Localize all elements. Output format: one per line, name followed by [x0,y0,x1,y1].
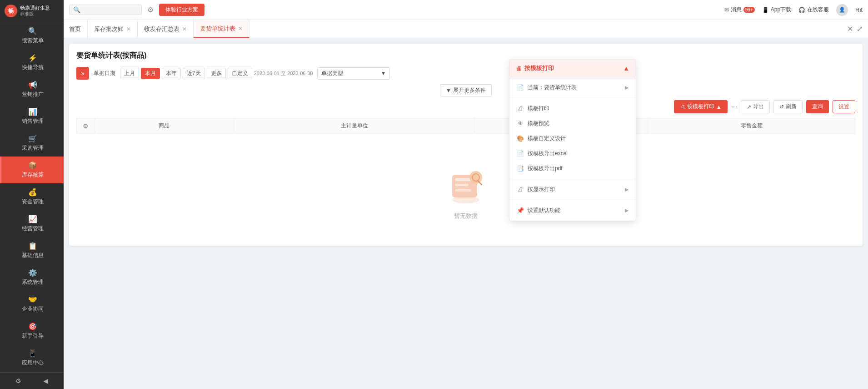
sidebar-icon-sales-mgmt: 📊 [28,107,37,116]
sidebar-item-sys-mgmt[interactable]: ⚙️系统管理 [0,264,64,291]
more-actions-icon[interactable]: ··· [731,103,737,111]
tab-home[interactable]: 首页 [69,20,88,38]
sidebar-label-ops-mgmt: 经营管理 [22,225,44,232]
app-logo: 畅 畅康通好生意 标准版 [0,0,64,22]
set-default-item[interactable]: 📌 设置默认功能 ▶ [509,203,636,218]
tab-close-receipt-summary[interactable]: ✕ [182,26,187,32]
template-export-pdf-label: 按模板导出pdf [528,165,563,172]
sidebar-label-sales-mgmt: 销售管理 [22,117,44,125]
sidebar-item-app-center[interactable]: 📱应用中心 [0,344,64,371]
set-default-arrow: ▶ [625,207,629,213]
date-btn-7days[interactable]: 近7天 [183,68,205,79]
trial-btn[interactable]: 体验行业方案 [159,4,205,16]
filter-expand-btn[interactable]: » [76,67,89,80]
svg-rect-4 [455,189,471,192]
logo-icon: 畅 [5,5,17,17]
tab-order-stats[interactable]: 要货单统计表✕ [194,20,249,38]
tab-close-inventory-batch[interactable]: ✕ [126,26,131,32]
collapse-sidebar-icon[interactable]: ◀ [43,377,48,384]
date-range-display: 2023-06-01 至 2023-06-30 [254,70,313,77]
sidebar-item-ops-mgmt[interactable]: 📈经营管理 [0,210,64,237]
template-export-pdf-item[interactable]: 📑 按模板导出pdf [509,161,636,176]
template-preview-label: 模板预览 [528,120,549,127]
template-custom-item[interactable]: 🎨 模板自定义设计 [509,131,636,146]
sidebar-item-basic-info[interactable]: 📋基础信息 [0,237,64,264]
app-download-item[interactable]: 📱 App下载 [762,6,791,14]
tab-close-order-stats[interactable]: ✕ [238,25,243,32]
topbar-right: ✉ 消息 99+ 📱 App下载 🎧 在线客服 👤 Rit [724,4,863,16]
dropdown-close-icon[interactable]: ▲ [623,65,629,72]
sidebar-item-enterprise-collab[interactable]: 🤝企业协同 [0,291,64,318]
sidebar-icon-marketing: 📢 [28,81,37,89]
close-window-icon[interactable]: ✕ [847,25,853,33]
sidebar-label-purchase-mgmt: 采购管理 [22,144,44,152]
app-download-label: App下载 [771,6,791,14]
template-export-excel-item[interactable]: 📄 按模板导出excel [509,146,636,161]
col-unit-header: 主计量单位 [234,118,475,134]
template-preview-icon: 👁 [517,120,524,127]
sidebar-icon-quick-nav: ⚡ [28,54,37,62]
topbar-gear-icon[interactable]: ⚙ [147,5,154,14]
online-service-item[interactable]: 🎧 在线客服 [798,6,829,14]
dropdown-current-item[interactable]: 📄 当前：要货单统计表 ▶ [509,80,636,95]
sidebar-label-newbie-guide: 新手引导 [22,332,44,340]
col-product-header: 商品 [95,118,234,134]
set-default-icon: 📌 [517,207,524,214]
table-settings-icon[interactable]: ⚙ [83,122,89,130]
print-chevron-up: ▲ [716,104,722,110]
template-export-excel-label: 按模板导出excel [528,150,568,157]
tab-receipt-summary[interactable]: 收发存汇总表✕ [138,20,194,38]
user-avatar[interactable]: 👤 [836,4,848,16]
sidebar-item-marketing[interactable]: 📢营销推广 [0,76,64,103]
sidebar-item-sales-mgmt[interactable]: 📊销售管理 [0,103,64,130]
date-btn-last-month[interactable]: 上月 [120,68,139,79]
chevron-down-icon: ▼ [446,87,451,94]
settings-footer-icon[interactable]: ⚙ [15,377,21,384]
sidebar-icon-basic-info: 📋 [28,242,37,250]
filter-row: » 单据日期 上月 本月 本年 近7天 更多 自定义 2023-06-01 至 … [76,67,855,80]
display-print-item[interactable]: 🖨 按显示打印 ▶ [509,182,636,197]
sidebar-item-inventory-calc[interactable]: 📦库存核算 [0,157,64,183]
expand-window-icon[interactable]: ⤢ [857,25,863,33]
sidebar-item-quick-nav[interactable]: ⚡快捷导航 [0,49,64,76]
sidebar-item-newbie-guide[interactable]: 🎯新手引导 [0,318,64,344]
sidebar-item-search-menu[interactable]: 🔍搜索菜单 [0,22,64,49]
date-btn-this-year[interactable]: 本年 [162,68,181,79]
sidebar-icon-ops-mgmt: 📈 [28,215,37,223]
search-input[interactable] [82,7,132,13]
template-preview-item[interactable]: 👁 模板预览 [509,116,636,131]
dropdown-current-section: 📄 当前：要货单统计表 ▶ [509,77,636,98]
print-btn[interactable]: 🖨 按模板打印 ▲ [674,100,728,113]
order-type-select[interactable]: 单据类型 ▼ [317,67,390,80]
sidebar-label-marketing: 营销推广 [22,91,44,98]
export-btn[interactable]: ↗ 导出 [741,100,770,113]
refresh-btn[interactable]: ↺ 刷新 [773,100,803,113]
template-custom-label: 模板自定义设计 [528,135,566,142]
sidebar-item-purchase-mgmt[interactable]: 🛒采购管理 [0,130,64,157]
date-btn-custom[interactable]: 自定义 [228,68,252,79]
sidebar-icon-newbie-guide: 🎯 [28,322,37,331]
expand-more-btn[interactable]: ▼ 展开更多条件 [440,84,492,96]
sidebar-item-funds-mgmt[interactable]: 💰资金管理 [0,183,64,210]
date-btn-this-month[interactable]: 本月 [141,68,160,79]
topbar-search-box[interactable]: 🔍 [69,5,142,15]
date-btn-more[interactable]: 更多 [207,68,226,79]
query-btn[interactable]: 查询 [806,100,829,113]
settings-btn[interactable]: 设置 [833,100,855,113]
sidebar-label-basic-info: 基础信息 [22,252,44,259]
main-content: 🔍 ⚙ 体验行业方案 ✉ 消息 99+ 📱 App下载 🎧 在线客服 👤 Rit [64,0,868,389]
current-template-label: 当前：要货单统计表 [528,84,577,91]
sidebar-label-funds-mgmt: 资金管理 [22,198,44,206]
set-default-label: 设置默认功能 [528,207,560,214]
tab-label-order-stats: 要货单统计表 [200,25,235,33]
display-print-arrow: ▶ [625,187,629,192]
template-print-item[interactable]: 🖨 模板打印 [509,101,636,116]
sidebar-icon-purchase-mgmt: 🛒 [28,134,37,143]
sidebar-icon-funds-mgmt: 💰 [28,188,37,197]
tab-inventory-batch[interactable]: 库存批次账✕ [88,20,138,38]
app-edition: 标准版 [20,11,50,17]
sidebar: 畅 畅康通好生意 标准版 🔍搜索菜单⚡快捷导航📢营销推广📊销售管理🛒采购管理📦库… [0,0,64,389]
messages-item[interactable]: ✉ 消息 99+ [724,6,755,14]
dropdown-header[interactable]: 🖨 按模板打印 ▲ [509,60,636,77]
topbar: 🔍 ⚙ 体验行业方案 ✉ 消息 99+ 📱 App下载 🎧 在线客服 👤 Rit [64,0,868,20]
